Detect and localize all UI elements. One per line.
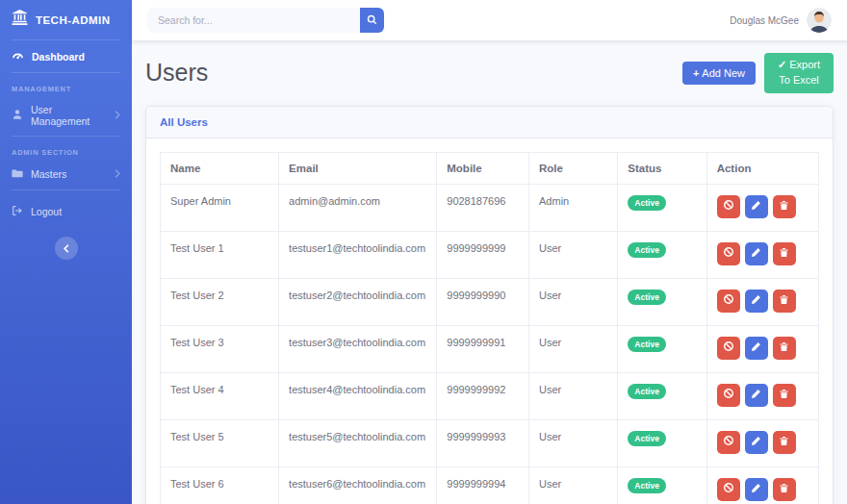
action-cell [706,325,818,372]
table-row: Test User 5testuser5@techtoolindia.com99… [161,419,819,466]
page-content: Users +Add New ✓Export To Excel All User… [132,40,847,504]
delete-button[interactable] [773,337,796,360]
brand[interactable]: TECH-ADMIN [0,0,132,39]
sidebar-collapse-button[interactable] [55,237,78,260]
user-menu[interactable]: Douglas McGee [730,8,832,33]
ban-button[interactable] [717,384,740,407]
ban-button[interactable] [717,431,740,454]
status-badge: Active [628,384,666,399]
status-badge: Active [628,337,666,352]
pencil-icon [751,482,761,496]
ban-button[interactable] [717,478,740,501]
edit-button[interactable] [745,337,768,360]
chevron-right-icon [115,110,120,121]
sidebar: TECH-ADMIN Dashboard MANAGEMENT User Man… [0,0,132,504]
delete-button[interactable] [773,290,796,313]
table-header-row: NameEmailMobileRoleStatusAction [161,152,819,184]
search-input[interactable] [147,8,360,33]
action-cell [706,419,818,466]
name-cell: Test User 6 [161,466,279,504]
app-window: TECH-ADMIN Dashboard MANAGEMENT User Man… [0,0,847,504]
edit-button[interactable] [745,290,768,313]
trash-icon [779,293,789,308]
chevron-left-icon [64,241,69,256]
pencil-icon [751,293,761,308]
users-card: All Users NameEmailMobileRoleStatusActio… [145,106,834,504]
edit-button[interactable] [745,384,768,407]
status-badge: Active [628,431,666,446]
delete-button[interactable] [773,242,796,265]
sidebar-item-masters[interactable]: Masters [0,159,132,189]
sidebar-item-user-management[interactable]: User Management [0,95,132,136]
ban-button[interactable] [717,242,740,265]
email-cell: testuser5@techtoolindia.com [279,419,437,466]
status-cell: Active [618,184,706,231]
role-cell: User [529,419,618,466]
action-cell [706,466,818,504]
name-cell: Test User 4 [161,372,279,419]
ban-button[interactable] [717,195,740,218]
status-cell: Active [618,278,706,325]
email-cell: testuser6@techtoolindia.com [279,466,437,504]
delete-button[interactable] [773,384,796,407]
sidebar-item-label: Masters [31,168,66,180]
user-icon [12,109,23,122]
status-badge: Active [628,195,666,211]
role-cell: User [529,466,618,504]
edit-button[interactable] [745,431,768,454]
table-row: Test User 3testuser3@techtoolindia.com99… [161,325,819,372]
sidebar-item-logout[interactable]: Logout [0,196,132,227]
table-row: Test User 6testuser6@techtoolindia.com99… [161,466,819,504]
action-cell [706,231,818,278]
divider [12,189,120,190]
plus-icon: + [693,67,699,79]
export-to-excel-button[interactable]: ✓Export To Excel [764,53,834,93]
delete-button[interactable] [773,431,796,454]
column-header: Role [529,152,618,184]
search-button[interactable] [360,8,384,33]
sidebar-item-dashboard[interactable]: Dashboard [0,40,132,72]
column-header: Mobile [437,152,529,184]
trash-icon [779,199,789,214]
users-table: NameEmailMobileRoleStatusAction Super Ad… [160,152,819,504]
folder-icon [12,167,23,181]
sidebar-heading-management: MANAGEMENT [0,73,132,95]
name-cell: Test User 3 [161,325,279,372]
brand-title: TECH-ADMIN [36,14,110,26]
edit-button[interactable] [745,478,768,501]
ban-button[interactable] [717,337,740,360]
trash-icon [779,482,789,496]
action-cell [706,278,818,325]
role-cell: User [529,231,618,278]
table-row: Test User 4testuser4@techtoolindia.com99… [161,372,819,419]
column-header: Name [161,152,279,184]
trash-icon [779,388,789,402]
action-cell [706,372,818,419]
mobile-cell: 9999999994 [437,466,529,504]
add-new-button[interactable]: +Add New [682,62,756,85]
status-cell: Active [618,419,706,466]
ban-icon [723,388,734,402]
name-cell: Test User 2 [161,278,279,325]
ban-button[interactable] [717,290,740,313]
delete-button[interactable] [773,195,796,218]
delete-button[interactable] [773,478,796,501]
role-cell: User [529,278,618,325]
pencil-icon [751,340,761,355]
email-cell: testuser4@techtoolindia.com [279,372,437,419]
sidebar-item-label: User Management [31,104,107,127]
email-cell: admin@admin.com [279,184,437,231]
column-header: Action [706,152,818,184]
status-cell: Active [618,372,706,419]
sign-out-icon [12,205,23,218]
edit-button[interactable] [745,242,768,265]
edit-button[interactable] [745,195,768,218]
status-badge: Active [628,290,666,305]
chevron-right-icon [115,168,120,180]
sidebar-item-label: Logout [31,206,62,217]
table-row: Test User 1testuser1@techtoolindia.com99… [161,231,819,278]
email-cell: testuser1@techtoolindia.com [279,231,437,278]
main-area: Douglas McGee Users +Add New ✓Export To … [132,0,847,504]
action-cell [706,184,818,231]
ban-icon [723,435,734,449]
